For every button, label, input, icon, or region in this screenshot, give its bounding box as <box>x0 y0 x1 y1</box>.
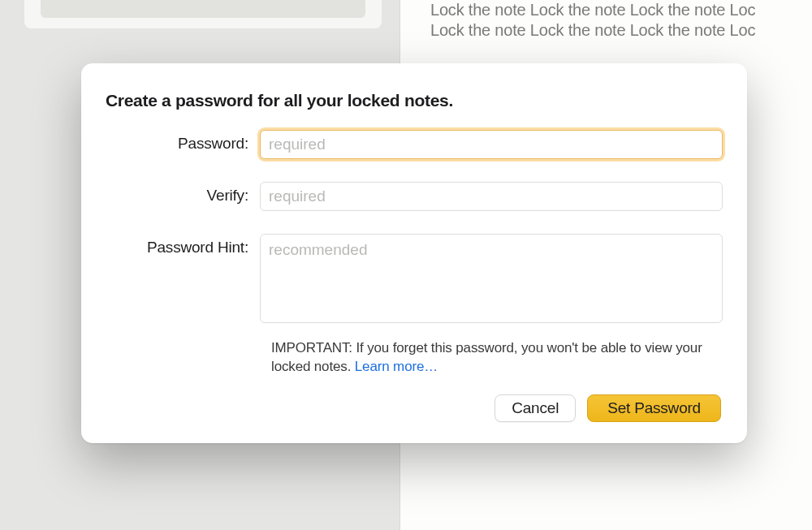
password-input[interactable] <box>260 130 723 159</box>
note-body-text: Lock the note Lock the note Lock the not… <box>430 0 812 41</box>
create-password-dialog: Create a password for all your locked no… <box>81 63 747 443</box>
hint-label: Password Hint: <box>106 234 260 256</box>
sidebar-note-row <box>41 0 365 18</box>
dialog-title: Create a password for all your locked no… <box>106 91 723 110</box>
hint-row: Password Hint: <box>106 234 723 326</box>
learn-more-link[interactable]: Learn more… <box>355 359 438 374</box>
hint-input[interactable] <box>260 234 723 323</box>
important-prefix: IMPORTANT: <box>271 340 356 355</box>
cancel-button[interactable]: Cancel <box>495 394 576 422</box>
password-row: Password: <box>106 130 723 159</box>
password-label: Password: <box>106 130 260 153</box>
important-warning: IMPORTANT: If you forget this password, … <box>271 339 723 377</box>
set-password-button[interactable]: Set Password <box>587 394 721 422</box>
verify-label: Verify: <box>106 182 260 205</box>
dialog-button-row: Cancel Set Password <box>106 394 723 422</box>
verify-row: Verify: <box>106 182 723 211</box>
verify-input[interactable] <box>260 182 723 211</box>
